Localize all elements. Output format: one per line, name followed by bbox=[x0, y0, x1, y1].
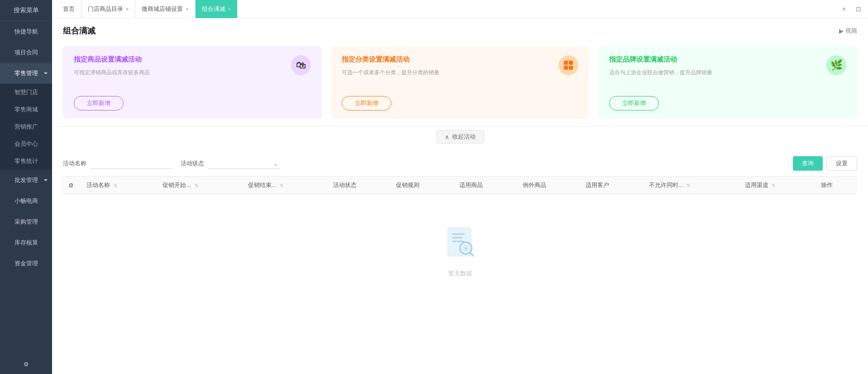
col-applicable-channel-sort: ⇅ bbox=[772, 183, 775, 188]
col-activity-name-label: 活动名称 bbox=[86, 182, 110, 188]
sidebar-item-member-center[interactable]: 会员中心 bbox=[0, 135, 52, 153]
activity-status-label: 活动状态 bbox=[181, 159, 204, 168]
col-promo-start[interactable]: 促销开始... ⇅ bbox=[157, 177, 242, 194]
tab-ministore-settings-close[interactable]: × bbox=[186, 6, 188, 12]
col-operation-label: 操作 bbox=[821, 182, 833, 188]
col-exception-goods-label: 例外商品 bbox=[523, 182, 546, 188]
tab-home[interactable]: 首页 bbox=[57, 0, 81, 18]
filter-activity-status: 活动状态 bbox=[181, 158, 280, 169]
activity-name-label: 活动名称 bbox=[63, 159, 86, 168]
tab-combo-discount-close[interactable]: × bbox=[228, 6, 231, 12]
col-applicable-channel-label: 适用渠道 bbox=[745, 182, 768, 188]
col-promo-end[interactable]: 促销结束... ⇅ bbox=[243, 177, 328, 194]
goods-discount-icon: 🛍 bbox=[291, 55, 311, 75]
col-activity-status: 活动状态 bbox=[328, 177, 391, 194]
data-table: ⚙ 活动名称 ⇅ 促销开始... ⇅ 促销结束... ⇅ bbox=[63, 176, 857, 296]
category-discount-card: 指定分类设置满减活动 可选一个或者多个分类，提升分类的销量 立即新增 bbox=[331, 46, 590, 119]
sidebar-item-retail-stats[interactable]: 零售统计 bbox=[0, 153, 52, 170]
tab-bar-actions: × ⊡ bbox=[839, 4, 863, 14]
tab-ministore-settings-label: 微商城店铺设置 bbox=[142, 5, 183, 13]
activity-status-select[interactable] bbox=[208, 158, 280, 169]
sidebar-item-purchase-mgmt[interactable]: 采购管理 bbox=[0, 211, 52, 232]
setting-btn[interactable]: 设置 bbox=[826, 156, 857, 171]
video-link[interactable]: ▶ 视频 bbox=[839, 27, 857, 35]
sidebar-item-inventory[interactable]: 库存核算 bbox=[0, 232, 52, 253]
tab-combo-discount-label: 组合满减 bbox=[202, 5, 225, 13]
main-area: 首页 门店商品目录 × 微商城店铺设置 × 组合满减 × × ⊡ 组合满减 ▶ … bbox=[52, 0, 868, 374]
sidebar-settings-btn[interactable]: ⚙ bbox=[0, 355, 52, 374]
col-operation: 操作 bbox=[816, 177, 857, 194]
goods-discount-add-btn[interactable]: 立即新增 bbox=[74, 96, 124, 110]
col-exception-goods: 例外商品 bbox=[517, 177, 581, 194]
category-discount-add-btn[interactable]: 立即新增 bbox=[342, 96, 391, 110]
col-settings[interactable]: ⚙ bbox=[63, 177, 81, 194]
activity-name-input[interactable] bbox=[90, 158, 172, 169]
window-close-btn[interactable]: × bbox=[839, 4, 849, 14]
svg-text:?: ? bbox=[464, 246, 467, 251]
sidebar-item-quick-nav[interactable]: 快捷导航 bbox=[0, 21, 52, 42]
tab-home-label: 首页 bbox=[63, 5, 75, 13]
empty-state-text: 暂无数据 bbox=[448, 269, 472, 278]
col-applicable-channel[interactable]: 适用渠道 ⇅ bbox=[739, 177, 816, 194]
col-activity-name[interactable]: 活动名称 ⇅ bbox=[81, 177, 157, 194]
brand-discount-card: 🌿 指定品牌设置满减活动 适合与上游企业联合做营销，提升品牌销量 立即新增 bbox=[598, 46, 857, 119]
col-activity-status-label: 活动状态 bbox=[333, 182, 357, 188]
empty-state-icon: ? bbox=[438, 221, 483, 262]
filter-activity-name: 活动名称 bbox=[63, 158, 172, 169]
svg-rect-1 bbox=[569, 61, 573, 65]
tab-combo-discount[interactable]: 组合满减 × bbox=[196, 0, 238, 18]
col-no-simultaneous[interactable]: 不允许同时... ⇅ bbox=[644, 177, 739, 194]
tab-store-catalog-label: 门店商品目录 bbox=[88, 5, 123, 13]
collapse-icon: ∧ bbox=[445, 134, 449, 140]
col-promo-rule-label: 促销规则 bbox=[396, 182, 420, 188]
page-title: 组合满减 bbox=[63, 25, 95, 36]
col-promo-rule: 促销规则 bbox=[391, 177, 454, 194]
svg-rect-7 bbox=[452, 237, 463, 238]
category-discount-title: 指定分类设置满减活动 bbox=[342, 55, 579, 64]
collapse-label: 收起活动 bbox=[452, 133, 476, 141]
col-promo-start-sort: ⇅ bbox=[195, 183, 198, 188]
col-no-simultaneous-sort: ⇅ bbox=[687, 183, 690, 188]
collapse-activity-btn[interactable]: ∧ 收起活动 bbox=[436, 130, 484, 144]
table-container: ⚙ 活动名称 ⇅ 促销开始... ⇅ 促销结束... ⇅ bbox=[52, 176, 868, 296]
goods-discount-title: 指定商品设置满减活动 bbox=[74, 55, 311, 64]
brand-discount-desc: 适合与上游企业联合做营销，提升品牌销量 bbox=[609, 68, 846, 87]
video-play-icon: ▶ bbox=[839, 28, 844, 34]
sidebar-item-ecommerce[interactable]: 小畅电商 bbox=[0, 191, 52, 211]
sidebar-item-retail-mall[interactable]: 零售商城 bbox=[0, 101, 52, 118]
category-discount-desc: 可选一个或者多个分类，提升分类的销量 bbox=[342, 68, 579, 87]
sidebar-search[interactable]: 搜索菜单 bbox=[0, 0, 52, 21]
sidebar-item-project-contract[interactable]: 项目合同 bbox=[0, 42, 52, 63]
col-applicable-goods: 适用商品 bbox=[454, 177, 517, 194]
empty-state: ? 暂无数据 bbox=[63, 194, 857, 296]
filter-actions: 查询 设置 bbox=[793, 156, 857, 171]
col-applicable-customer: 适用客户 bbox=[580, 177, 644, 194]
window-restore-btn[interactable]: ⊡ bbox=[854, 4, 863, 14]
sidebar-item-wholesale-mgmt[interactable]: 批发管理 bbox=[0, 170, 52, 191]
settings-icon: ⚙ bbox=[68, 182, 74, 189]
col-promo-end-sort: ⇅ bbox=[280, 183, 283, 188]
svg-rect-3 bbox=[569, 66, 573, 70]
tab-store-catalog-close[interactable]: × bbox=[126, 6, 129, 12]
video-label: 视频 bbox=[845, 27, 857, 35]
svg-rect-8 bbox=[452, 241, 464, 242]
sidebar-item-smart-store[interactable]: 智慧门店 bbox=[0, 84, 52, 101]
query-btn[interactable]: 查询 bbox=[793, 156, 823, 171]
brand-discount-title: 指定品牌设置满减活动 bbox=[609, 55, 846, 64]
tab-ministore-settings[interactable]: 微商城店铺设置 × bbox=[135, 0, 195, 18]
sidebar-item-retail-mgmt[interactable]: 零售管理 bbox=[0, 63, 52, 84]
col-activity-name-sort: ⇅ bbox=[114, 183, 117, 188]
svg-rect-0 bbox=[564, 61, 568, 65]
svg-rect-6 bbox=[452, 233, 465, 235]
col-promo-end-label: 促销结束... bbox=[248, 182, 277, 188]
brand-discount-add-btn[interactable]: 立即新增 bbox=[609, 96, 659, 110]
col-no-simultaneous-label: 不允许同时... bbox=[649, 182, 683, 188]
tab-store-catalog[interactable]: 门店商品目录 × bbox=[81, 0, 135, 18]
sidebar-item-marketing[interactable]: 营销推广 bbox=[0, 118, 52, 135]
sidebar-item-finance-mgmt[interactable]: 资金管理 bbox=[0, 253, 52, 274]
goods-discount-desc: 可指定滞销商品或库存较多商品 bbox=[74, 68, 311, 87]
col-promo-start-label: 促销开始... bbox=[162, 182, 191, 188]
activity-cards: 🛍 指定商品设置满减活动 可指定滞销商品或库存较多商品 立即新增 指定分类设置满… bbox=[52, 42, 868, 126]
sidebar: 搜索菜单 快捷导航 项目合同 零售管理 智慧门店 零售商城 营销推广 会员中心 … bbox=[0, 0, 52, 374]
col-applicable-customer-label: 适用客户 bbox=[586, 182, 609, 188]
